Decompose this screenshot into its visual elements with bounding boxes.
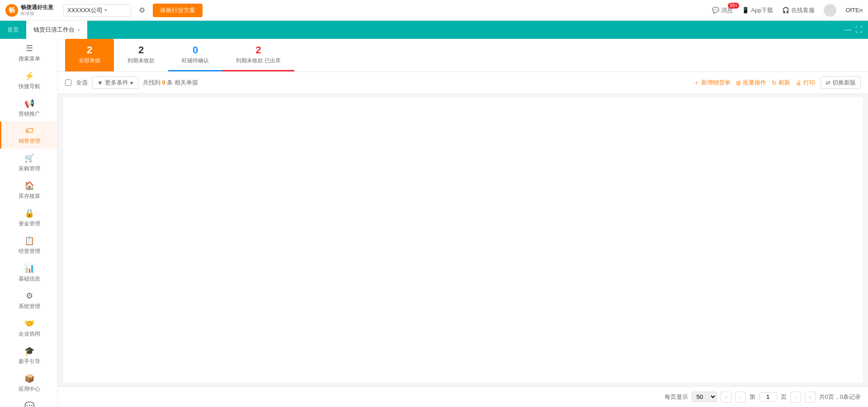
toolbar: 全选 ▼ 更多条件 ▾ 共找到 0 条 相关单据 ＋ 新增销货单 <box>58 72 868 94</box>
maximize-tab-icon[interactable]: ⛶ <box>855 26 863 34</box>
finance-icon: 🔒 <box>24 208 34 218</box>
page-number-input[interactable] <box>759 392 777 402</box>
message-badge: 99+ <box>728 3 739 9</box>
settings-button[interactable]: ⚙ <box>135 3 149 18</box>
select-all-label: 全选 <box>76 79 88 87</box>
sidebar-item-label: 销售管理 <box>19 137 40 145</box>
summary-tabs: 2 全部单据 2 到期未收款 0 旺辅待确认 2 到期未收款 已出库 <box>58 39 868 72</box>
nav-tabs-actions: — ⛶ <box>844 26 868 34</box>
tab-workbench[interactable]: 钱货日清工作台 × <box>26 21 87 39</box>
last-page-button[interactable]: » <box>805 392 816 402</box>
app-download-button[interactable]: 📱 App下载 <box>742 6 773 14</box>
content-area: 2 全部单据 2 到期未收款 0 旺辅待确认 2 到期未收款 已出库 全选 <box>58 39 868 407</box>
tab-shipped-count: 2 <box>256 44 261 56</box>
topbar-right: 💬 消息 99+ 📱 App下载 🎧 在线客服 OfTEn <box>712 4 863 17</box>
operations-icon: 📋 <box>24 236 34 246</box>
chevron-down-icon: ▾ <box>104 7 107 13</box>
sidebar-item-operations[interactable]: 📋 经营管理 <box>0 231 57 259</box>
sidebar-item-marketing[interactable]: 📢 营销推广 <box>0 94 57 122</box>
print-icon: 🖨 <box>796 80 802 86</box>
sidebar-item-label: 应用中心 <box>19 385 40 393</box>
batch-btn-label: 批量操作 <box>743 79 766 87</box>
sidebar-item-basic-info[interactable]: 📊 基础信息 <box>0 259 57 286</box>
trial-button[interactable]: 体验行业方案 <box>153 4 203 17</box>
toolbar-left: 全选 ▼ 更多条件 ▾ 共找到 0 条 相关单据 <box>65 76 688 89</box>
message-icon: 💬 <box>712 7 719 14</box>
summary-tab-shipped[interactable]: 2 到期未收款 已出库 <box>222 39 294 71</box>
logo-area: 畅 畅捷通好生意 标准版 <box>5 4 63 17</box>
prev-page-button[interactable]: ‹ <box>735 392 746 402</box>
sidebar-item-search-menu[interactable]: ☰ 搜索菜单 <box>0 39 57 66</box>
plus-icon: ＋ <box>693 79 699 87</box>
summary-tab-all[interactable]: 2 全部单据 <box>65 39 114 71</box>
inventory-icon: 🏠 <box>24 181 34 191</box>
first-page-button[interactable]: « <box>721 392 731 402</box>
sidebar-item-label: 采购管理 <box>19 165 40 173</box>
sidebar-item-label: 新手引导 <box>19 358 40 365</box>
sidebar-item-guide[interactable]: 🎓 新手引导 <box>0 342 57 369</box>
workbench-tab-label: 钱货日清工作台 <box>33 26 75 34</box>
sidebar-item-quick-nav[interactable]: ⚡ 快捷导航 <box>0 66 57 94</box>
sidebar-item-wechat[interactable]: 💬 企业微信 <box>0 397 57 407</box>
select-all-checkbox[interactable] <box>65 80 71 86</box>
sidebar-item-app-center[interactable]: 📦 应用中心 <box>0 369 57 397</box>
total-label: 共0页，0条记录 <box>819 393 861 401</box>
switch-version-button[interactable]: ⇄ 切换新版 <box>821 76 861 89</box>
sidebar-item-label: 库存核算 <box>19 192 40 200</box>
add-sales-order-button[interactable]: ＋ 新增销货单 <box>693 79 731 87</box>
company-name: XXXXXX公司 <box>67 6 103 14</box>
next-page-button[interactable]: › <box>790 392 801 402</box>
print-button[interactable]: 🖨 打印 <box>796 79 815 87</box>
more-filters-label: 更多条件 <box>105 79 128 87</box>
tab-shipped-label: 到期未收款 已出库 <box>236 57 281 65</box>
tab-home[interactable]: 首页 <box>0 21 26 39</box>
purchase-icon: 🛒 <box>24 153 34 163</box>
enterprise-icon: 🤝 <box>24 318 34 328</box>
summary-tab-pending[interactable]: 0 旺辅待确认 <box>168 39 222 71</box>
sidebar-item-label: 基础信息 <box>19 275 40 283</box>
basic-info-icon: 📊 <box>24 263 34 273</box>
tab-pending-count: 0 <box>193 44 198 56</box>
summary-tab-overdue[interactable]: 2 到期未收款 <box>114 39 168 71</box>
switch-icon: ⇄ <box>826 80 830 86</box>
found-count: 0 <box>162 79 165 86</box>
batch-icon: ⊞ <box>736 80 741 86</box>
more-filters-button[interactable]: ▼ 更多条件 ▾ <box>92 76 138 89</box>
sidebar-item-enterprise[interactable]: 🤝 企业协同 <box>0 314 57 342</box>
headset-icon: 🎧 <box>782 7 789 14</box>
refresh-button[interactable]: ↻ 刷新 <box>772 79 790 87</box>
sidebar-item-label: 搜索菜单 <box>19 55 40 63</box>
online-service-button[interactable]: 🎧 在线客服 <box>782 6 815 14</box>
username[interactable]: OfTEn <box>845 7 863 14</box>
app-download-label: App下载 <box>751 6 773 14</box>
sidebar-item-label: 系统管理 <box>19 303 40 310</box>
page-suffix: 页 <box>781 393 787 401</box>
sales-icon: 🏷 <box>25 126 33 136</box>
sidebar-item-system[interactable]: ⚙ 系统管理 <box>0 286 57 314</box>
app-center-icon: 📦 <box>24 374 34 384</box>
sidebar-item-inventory[interactable]: 🏠 库存核算 <box>0 176 57 204</box>
sidebar-item-purchase[interactable]: 🛒 采购管理 <box>0 149 57 176</box>
main-layout: ☰ 搜索菜单 ⚡ 快捷导航 📢 营销推广 🏷 销售管理 🛒 采购管理 🏠 库存核… <box>0 39 868 407</box>
topbar: 畅 畅捷通好生意 标准版 XXXXXX公司 ▾ ⚙ 体验行业方案 💬 消息 99… <box>0 0 868 21</box>
add-btn-label: 新增销货单 <box>701 79 731 87</box>
sidebar-item-label: 快捷导航 <box>19 83 40 90</box>
company-selector[interactable]: XXXXXX公司 ▾ <box>63 4 131 17</box>
minimize-tab-icon[interactable]: — <box>844 26 852 34</box>
close-tab-icon[interactable]: × <box>77 27 80 33</box>
refresh-btn-label: 刷新 <box>778 79 790 87</box>
avatar[interactable] <box>824 4 836 17</box>
batch-operations-button[interactable]: ⊞ 批量操作 <box>736 79 766 87</box>
guide-icon: 🎓 <box>24 346 34 356</box>
sidebar-item-finance[interactable]: 🔒 资金管理 <box>0 204 57 231</box>
page-label: 第 <box>750 393 755 401</box>
table-area <box>63 98 863 383</box>
toolbar-right: ＋ 新增销货单 ⊞ 批量操作 ↻ 刷新 🖨 打印 ⇄ 切换新版 <box>693 76 861 89</box>
per-page-select[interactable]: 50 100 200 <box>692 392 717 402</box>
tab-overdue-label: 到期未收款 <box>127 57 155 65</box>
sidebar-item-label: 营销推广 <box>19 110 40 118</box>
sidebar-item-label: 经营管理 <box>19 248 40 255</box>
sidebar-item-sales[interactable]: 🏷 销售管理 <box>0 122 57 149</box>
home-tab-label: 首页 <box>7 26 19 34</box>
message-button[interactable]: 💬 消息 99+ <box>712 6 733 14</box>
